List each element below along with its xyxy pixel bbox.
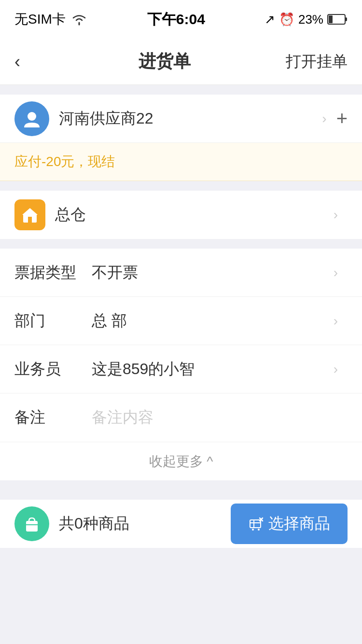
status-left: 无SIM卡: [14, 10, 88, 28]
svg-point-3: [28, 112, 36, 121]
svg-rect-1: [345, 17, 347, 21]
wifi-icon: [70, 13, 88, 26]
department-value: 总 部: [92, 310, 334, 332]
shopping-bag-icon: [22, 514, 42, 533]
department-row[interactable]: 部门 总 部 ›: [0, 297, 362, 345]
invoice-type-row[interactable]: 票据类型 不开票 ›: [0, 249, 362, 297]
remark-row[interactable]: 备注 备注内容: [0, 393, 362, 442]
bottom-bar: 共0种商品 选择商品: [0, 500, 362, 548]
svg-point-13: [258, 529, 260, 531]
warehouse-row[interactable]: 总仓 ›: [0, 191, 362, 239]
alarm-icon: ⏰: [279, 12, 294, 27]
svg-rect-7: [26, 521, 38, 532]
battery-text: 23%: [298, 12, 323, 27]
section-gap-1: [0, 85, 362, 95]
select-product-button[interactable]: 选择商品: [231, 504, 348, 544]
collapse-row[interactable]: 收起更多 ^: [0, 442, 362, 480]
status-bar: 无SIM卡 下午6:04 ↗ ⏰ 23%: [0, 0, 362, 39]
warehouse-icon-bg: [14, 199, 45, 230]
product-icon-bg: [14, 506, 49, 541]
add-button[interactable]: +: [336, 108, 348, 129]
warehouse-icon: [21, 206, 39, 224]
supplier-row[interactable]: 河南供应商22 › +: [0, 95, 362, 143]
avatar-icon: [22, 109, 42, 128]
nav-bar: ‹ 进货单 打开挂单: [0, 39, 362, 85]
svg-rect-6: [28, 217, 32, 223]
remark-input[interactable]: 备注内容: [92, 407, 348, 428]
supplier-avatar: [14, 101, 49, 136]
warehouse-name: 总仓: [55, 204, 334, 225]
supplier-section: 河南供应商22 › + 应付-20元，现结: [0, 95, 362, 181]
remark-label: 备注: [14, 407, 92, 428]
svg-point-12: [252, 529, 254, 531]
collapse-label: 收起更多 ^: [149, 452, 213, 471]
status-time: 下午6:04: [147, 10, 205, 29]
warehouse-chevron-icon: ›: [334, 207, 338, 223]
section-gap-3: [0, 480, 362, 490]
salesperson-chevron-icon: ›: [334, 362, 338, 377]
notice-banner: 应付-20元，现结: [0, 143, 362, 181]
carrier-text: 无SIM卡: [14, 10, 66, 28]
salesperson-row[interactable]: 业务员 这是859的小智 ›: [0, 345, 362, 393]
warehouse-section: 总仓 ›: [0, 191, 362, 239]
department-chevron-icon: ›: [334, 313, 338, 329]
salesperson-label: 业务员: [14, 359, 92, 380]
select-product-label: 选择商品: [268, 513, 330, 534]
status-right: ↗ ⏰ 23%: [265, 12, 348, 27]
svg-marker-5: [22, 208, 38, 215]
invoice-type-chevron-icon: ›: [334, 265, 338, 280]
salesperson-value: 这是859的小智: [92, 359, 334, 380]
product-count-label: 共0种商品: [59, 513, 231, 534]
form-section: 票据类型 不开票 › 部门 总 部 › 业务员 这是859的小智 › 备注 备注…: [0, 249, 362, 442]
supplier-chevron-icon: ›: [322, 111, 326, 126]
svg-rect-9: [250, 520, 261, 528]
invoice-type-value: 不开票: [92, 262, 334, 283]
supplier-name: 河南供应商22: [59, 108, 322, 129]
cart-icon: [248, 517, 264, 531]
open-pending-button[interactable]: 打开挂单: [286, 51, 348, 72]
location-icon: ↗: [265, 12, 275, 27]
page-title: 进货单: [43, 50, 286, 73]
section-gap-2: [0, 181, 362, 191]
invoice-type-label: 票据类型: [14, 262, 92, 283]
battery-icon: [327, 14, 348, 25]
back-button[interactable]: ‹: [14, 52, 43, 72]
department-label: 部门: [14, 310, 92, 332]
svg-rect-2: [329, 15, 333, 23]
